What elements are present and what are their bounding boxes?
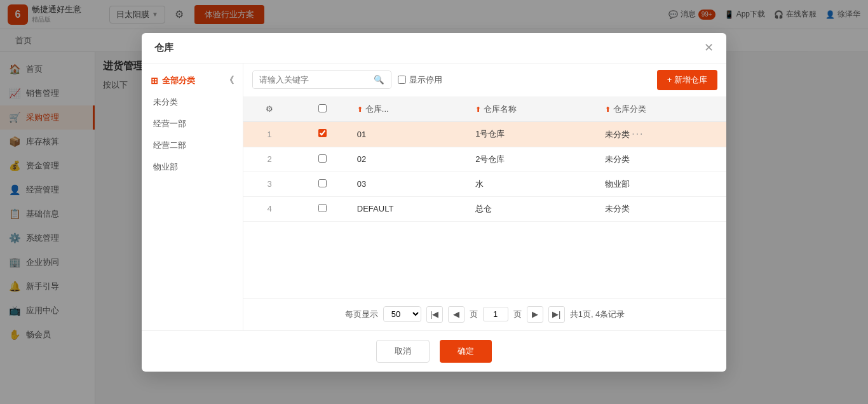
page-input[interactable] [483,307,508,321]
cancel-button[interactable]: 取消 [376,340,430,363]
pagination: 每页显示 50 100 200 |◀ ◀ 页 页 ▶ ▶| 共1页, 4条记录 [243,298,726,330]
grid-icon: ⊞ [151,76,158,86]
dialog-toolbar: 🔍 显示停用 + 新增仓库 [243,64,726,97]
sort-icon: ⬆ [475,105,481,113]
row-checkbox[interactable] [295,147,349,172]
show-disabled-label[interactable]: 显示停用 [398,74,442,86]
row-num: 2 [243,147,295,172]
warehouse-dialog: 仓库 ✕ ⊞ 全部分类 《 未分类 经营一部 经营二部 物业部 [142,33,726,372]
select-all-checkbox[interactable] [318,104,327,112]
first-page-button[interactable]: |◀ [426,306,443,323]
dialog-right-content: 🔍 显示停用 + 新增仓库 ⚙ [243,64,726,330]
table-row[interactable]: 2 02 2号仓库 未分类 [243,147,726,172]
pagination-summary: 共1页, 4条记录 [570,309,625,320]
row-code: 01 [349,121,468,147]
search-box: 🔍 [252,71,391,89]
show-disabled-text: 显示停用 [409,74,442,86]
per-page-select[interactable]: 50 100 200 [383,306,421,322]
category-item-dept1[interactable]: 经营一部 [142,113,243,135]
category-panel: ⊞ 全部分类 《 未分类 经营一部 经营二部 物业部 [142,64,243,330]
row-checkbox[interactable] [295,196,349,221]
page-label-before: 页 [470,309,478,320]
dialog-title: 仓库 [154,42,173,54]
confirm-button[interactable]: 确定 [440,340,492,363]
per-page-label: 每页显示 [345,309,378,320]
table-row[interactable]: 4 DEFAULT 总仓 未分类 [243,196,726,221]
category-item-property[interactable]: 物业部 [142,156,243,178]
show-disabled-checkbox[interactable] [398,76,406,84]
table-row[interactable]: 1 01 1号仓库 未分类 ··· [243,121,726,147]
add-warehouse-button[interactable]: + 新增仓库 [657,70,717,90]
all-categories-label: 全部分类 [162,75,195,86]
prev-page-button[interactable]: ◀ [448,306,465,323]
row-name: 水 [468,172,597,196]
search-input[interactable] [253,71,367,88]
dialog-header: 仓库 ✕ [142,33,726,64]
row-num: 1 [243,121,295,147]
th-code: ⬆仓库... [349,97,468,122]
dialog-footer: 取消 确定 [142,330,726,372]
row-num: 3 [243,172,295,196]
sort-icon: ⬆ [605,105,611,113]
row-name: 1号仓库 [468,121,597,147]
last-page-button[interactable]: ▶| [548,306,565,323]
row-category: 未分类 ··· [597,121,726,147]
sort-icon: ⬆ [357,105,363,113]
row-category: 未分类 [597,196,726,221]
row-name: 2号仓库 [468,147,597,172]
search-button[interactable]: 🔍 [367,71,391,88]
close-icon[interactable]: ✕ [704,42,714,53]
warehouse-table: ⚙ ⬆仓库... ⬆仓库名称 ⬆仓库分类 1 01 [243,97,726,222]
table-row[interactable]: 3 03 水 物业部 [243,172,726,196]
dialog-overlay: 仓库 ✕ ⊞ 全部分类 《 未分类 经营一部 经营二部 物业部 [0,0,868,404]
dialog-body: ⊞ 全部分类 《 未分类 经营一部 经营二部 物业部 🔍 [142,64,726,330]
row-code: 03 [349,172,468,196]
row-num: 4 [243,196,295,221]
next-page-button[interactable]: ▶ [527,306,543,323]
category-item-unclassified[interactable]: 未分类 [142,91,243,113]
row-category: 物业部 [597,172,726,196]
warehouse-table-wrap: ⚙ ⬆仓库... ⬆仓库名称 ⬆仓库分类 1 01 [243,97,726,298]
th-category: ⬆仓库分类 [597,97,726,122]
th-name: ⬆仓库名称 [468,97,597,122]
row-code: 02 [349,147,468,172]
collapse-icon[interactable]: 《 [225,75,234,86]
row-code: DEFAULT [349,196,468,221]
row-name: 总仓 [468,196,597,221]
row-checkbox[interactable] [295,121,349,147]
th-checkbox [295,97,349,122]
row-checkbox[interactable] [295,172,349,196]
more-icon[interactable]: ··· [632,128,644,139]
all-categories-item[interactable]: ⊞ 全部分类 《 [142,70,243,91]
th-gear: ⚙ [243,97,295,122]
page-label-after: 页 [513,309,522,320]
category-item-dept2[interactable]: 经营二部 [142,135,243,156]
row-category: 未分类 [597,147,726,172]
